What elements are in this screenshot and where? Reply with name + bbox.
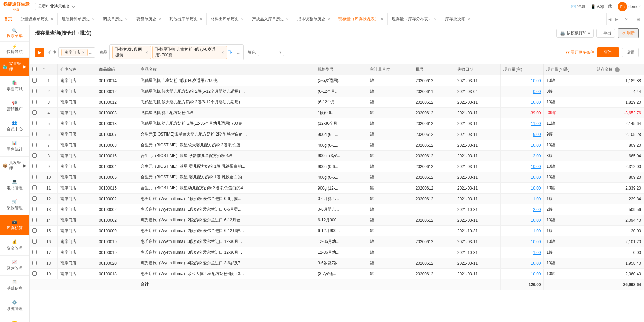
message-btn[interactable]: ✉️ 消息 (571, 4, 585, 9)
sidebar-item-marketing[interactable]: 📢 营销推广 (0, 96, 29, 116)
close-icon[interactable]: ✕ (200, 17, 202, 21)
refresh-btn[interactable]: ↻ 刷新 (618, 28, 639, 38)
row-check[interactable] (30, 215, 40, 226)
row-qty-main[interactable]: 10.00 (500, 172, 544, 183)
warehouse-tag-close[interactable]: ✕ (82, 51, 85, 54)
expand-conditions-btn[interactable]: ▾▾ 展开更多条件 (566, 50, 594, 55)
user-menu[interactable]: Ea demo2 (618, 2, 641, 11)
tab-1[interactable]: 分量盘点单历史 ✕ (16, 13, 58, 25)
row-qty-main[interactable]: 1.00 (500, 226, 544, 236)
product-filter-input[interactable]: 飞鹤奶粉3段两摄装 ✕ 飞鹤星飞帆 儿童奶粉 4段(3-6岁适用) 700克 ✕… (109, 44, 244, 60)
tab-2[interactable]: 组装拆卸单历史 ✕ (58, 13, 99, 25)
sidebar-item-retail-stats[interactable]: 📊 零售统计 (0, 137, 29, 157)
nav-next-btn[interactable]: ▶ (613, 13, 620, 25)
row-check[interactable] (30, 129, 40, 140)
row-qty-main[interactable]: 11.00 (500, 118, 544, 129)
tab-5[interactable]: 其他出库单历史 ✕ (165, 13, 207, 25)
tab-7[interactable]: 产成品入库单历史 ✕ (248, 13, 293, 25)
color-selector[interactable]: ▾ (258, 49, 284, 56)
nav-expand-btn[interactable]: ▣ (632, 13, 644, 25)
tab-11[interactable]: 库存批次账 ✕ (441, 13, 474, 25)
row-check[interactable] (30, 118, 40, 129)
row-qty-main[interactable]: 10.00 (500, 236, 544, 247)
close-icon[interactable]: ✕ (286, 17, 289, 21)
tab-6[interactable]: 材料出库单历史 ✕ (207, 13, 248, 25)
row-qty-main[interactable]: -39.00 (500, 108, 544, 118)
close-icon[interactable]: ✕ (158, 17, 161, 21)
row-qty-main[interactable]: 1.00 (500, 194, 544, 204)
row-qty-main[interactable]: 3.00 (500, 151, 544, 161)
row-check[interactable] (30, 140, 40, 151)
row-check[interactable] (30, 258, 40, 269)
close-icon[interactable]: ✕ (381, 17, 383, 21)
sidebar-item-ecommerce[interactable]: 💻 电商管理 (0, 175, 29, 195)
sidebar-item-collab[interactable]: 🤝 企业协同 (0, 316, 29, 322)
row-check[interactable] (30, 161, 40, 172)
tab-9[interactable]: 现存量（库存状况表） ✕ (334, 13, 388, 25)
close-icon[interactable]: ✕ (327, 17, 330, 21)
row-qty-main[interactable]: 10.00 (500, 183, 544, 194)
sidebar-item-system[interactable]: ⚙️ 系统管理 (0, 296, 29, 316)
sidebar-item-finance[interactable]: 💰 资金管理 (0, 235, 29, 256)
tab-8[interactable]: 成本调整单历史 ✕ (293, 13, 334, 25)
amount-info-icon[interactable]: i (615, 67, 620, 72)
nav-close-btn[interactable]: ✕ (620, 13, 632, 25)
warehouse-more[interactable]: ... (89, 50, 92, 55)
row-check[interactable] (30, 226, 40, 236)
select-all-checkbox[interactable] (32, 67, 37, 71)
row-qty-main[interactable]: 2.00 (500, 204, 544, 215)
tab-10[interactable]: 现存量（库存分布表） ✕ (388, 13, 441, 25)
row-check[interactable] (30, 236, 40, 247)
export-btn[interactable]: ↓ 导出 (596, 29, 615, 38)
tab-home[interactable]: 首页 (0, 13, 16, 25)
row-check[interactable] (30, 269, 40, 279)
nav-prev-btn[interactable]: ◀ (606, 13, 613, 25)
app-download-btn[interactable]: 📱 App下载 (591, 4, 612, 9)
row-check[interactable] (30, 108, 40, 118)
close-icon[interactable]: ✕ (241, 17, 244, 21)
row-check[interactable] (30, 97, 40, 108)
search-btn[interactable]: 查询 (597, 47, 619, 57)
product-tag-2-close[interactable]: ✕ (221, 51, 224, 54)
sidebar-item-basics[interactable]: 📋 基础信息 (0, 276, 29, 296)
row-qty-main[interactable]: 10.00 (500, 140, 544, 151)
row-check[interactable] (30, 247, 40, 258)
sidebar-item-retail-mgmt[interactable]: 🏪 零售管理 ▶ (0, 58, 29, 76)
sidebar-item-member[interactable]: 👥 会员中心 (0, 116, 29, 137)
sidebar-item-purchase[interactable]: 🛒 采购管理 (0, 195, 29, 215)
row-qty-main[interactable]: 0.00 (500, 86, 544, 97)
row-qty-main[interactable]: 10.00 (500, 97, 544, 108)
row-check[interactable] (30, 151, 40, 161)
tab-3[interactable]: 调拨单历史 ✕ (99, 13, 132, 25)
row-check[interactable] (30, 172, 40, 183)
close-icon[interactable]: ✕ (51, 17, 53, 21)
close-icon[interactable]: ✕ (434, 17, 437, 21)
row-qty-main[interactable]: 10.00 (500, 161, 544, 172)
row-check[interactable] (30, 194, 40, 204)
sidebar-item-retail-mall[interactable]: 🛍️ 零售商城 (0, 76, 29, 96)
product-more[interactable]: ... (237, 50, 240, 55)
row-check[interactable] (30, 204, 40, 215)
tab-4[interactable]: 要货单历史 ✕ (132, 13, 165, 25)
row-qty-main[interactable]: 10.00 (500, 269, 544, 279)
row-qty-main[interactable]: 10.00 (500, 258, 544, 269)
template-print-btn[interactable]: 🖨️ 按模板打印 ▾ (556, 29, 594, 38)
product-tag-1-close[interactable]: ✕ (145, 51, 148, 54)
close-icon[interactable]: ✕ (467, 17, 470, 21)
product-more-tag[interactable]: 飞... (228, 50, 236, 55)
row-qty-main[interactable]: 10.00 (500, 215, 544, 226)
sidebar-item-business[interactable]: 📈 经营管理 (0, 256, 29, 276)
close-icon[interactable]: ✕ (125, 17, 128, 21)
row-qty-main[interactable]: 1.00 (500, 247, 544, 258)
warehouse-filter-input[interactable]: 南岸门店 ✕ ... (58, 47, 95, 58)
th-check[interactable] (30, 64, 40, 75)
sidebar-item-wholesale[interactable]: 📦 批发管理 ▶ (0, 157, 29, 175)
settings-btn[interactable]: 设置 (622, 48, 639, 57)
industry-selector[interactable]: 母婴行业演示账套 (35, 3, 78, 10)
row-qty-main[interactable]: 9.00 (500, 129, 544, 140)
sidebar-search-btn[interactable]: 🔍 搜索菜单 (0, 25, 29, 42)
row-check[interactable] (30, 183, 40, 194)
filter-toggle-btn[interactable]: ▶ (35, 48, 44, 57)
sidebar-quick-nav[interactable]: ⚡ 快捷导航 (0, 42, 29, 58)
sidebar-item-inventory[interactable]: 🗃️ 库存核算 (0, 215, 29, 235)
